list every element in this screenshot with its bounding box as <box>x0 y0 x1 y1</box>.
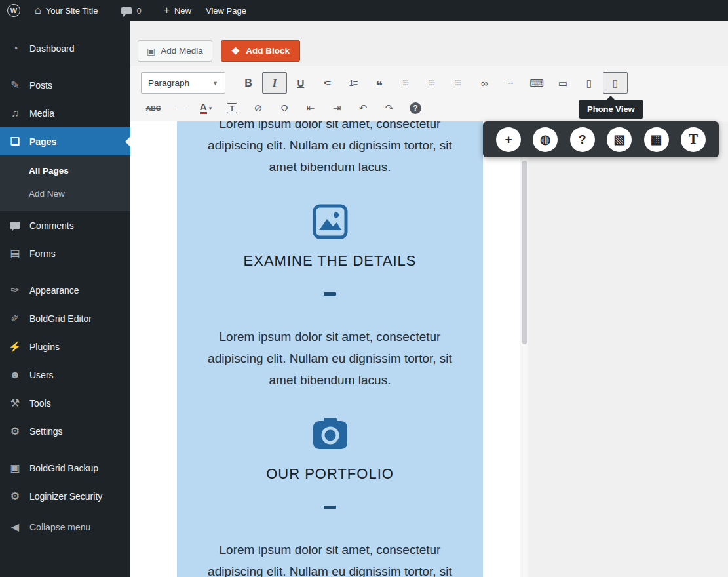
comment-count: 0 <box>136 6 141 16</box>
sidebar-item-label: Plugins <box>29 342 60 352</box>
camera-icon[interactable] <box>312 416 349 453</box>
link-icon: ∞ <box>481 77 488 89</box>
globe-icon: ◍ <box>540 132 551 147</box>
text-color-button[interactable]: A ▾ <box>193 97 218 119</box>
menu-separator <box>0 268 130 276</box>
help-circle-button[interactable]: ? <box>570 127 595 152</box>
editor-main-area: ▣ Add Media ❖ Add Block Paragraph ▼ B I … <box>130 21 728 577</box>
toolbar-toggle-button[interactable]: ⌨ <box>524 72 549 94</box>
desktop-view-button[interactable]: ▭ <box>550 72 575 94</box>
sidebar-item-settings[interactable]: ⚙ Settings <box>0 417 130 445</box>
phone-view-button[interactable]: ▯ <box>603 72 628 94</box>
format-select-value: Paragraph <box>148 78 189 88</box>
new-label: New <box>174 6 191 16</box>
underline-icon: U <box>297 77 305 89</box>
submenu-item-label: All Pages <box>29 166 69 176</box>
undo-button[interactable]: ↶ <box>351 97 375 119</box>
globe-button[interactable]: ◍ <box>533 127 558 152</box>
phone-preview-column[interactable]: Lorem ipsum dolor sit amet, consectetur … <box>177 121 483 577</box>
sidebar-item-pages[interactable]: ❏ Pages <box>0 127 130 155</box>
submenu-item-all-pages[interactable]: All Pages <box>0 159 130 182</box>
editor-scrollbar[interactable] <box>520 121 528 577</box>
sidebar-item-appearance[interactable]: ✑ Appearance <box>0 276 130 304</box>
layout-circle-button[interactable]: ▦ <box>644 127 669 152</box>
paste-as-text-button[interactable]: T <box>220 97 244 119</box>
section-heading[interactable]: OUR PORTFOLIO <box>266 462 394 485</box>
body-paragraph[interactable]: Lorem ipsum dolor sit amet, consectetur … <box>195 326 466 391</box>
home-icon: ⌂ <box>35 5 41 16</box>
italic-button[interactable]: I <box>262 72 287 94</box>
bold-button[interactable]: B <box>236 72 261 94</box>
bulleted-list-button[interactable]: •≡ <box>315 72 339 94</box>
new-content-menu[interactable]: + New <box>157 0 199 21</box>
media-circle-button[interactable]: ▧ <box>607 127 632 152</box>
sidebar-item-label: Users <box>29 370 54 380</box>
monitor-icon: ▭ <box>558 77 567 89</box>
sidebar-item-users[interactable]: ☻ Users <box>0 361 130 389</box>
sidebar-item-plugins[interactable]: ⚡ Plugins <box>0 332 130 361</box>
underline-button[interactable]: U <box>288 72 313 94</box>
text-icon: T <box>689 131 698 148</box>
sidebar-item-media[interactable]: ♫ Media <box>0 99 130 127</box>
outdent-button[interactable]: ⇤ <box>298 97 323 119</box>
more-tag-button[interactable]: ╌ <box>498 72 523 94</box>
settings-icon: ⚙ <box>8 426 22 437</box>
sidebar-item-forms[interactable]: ▤ Forms <box>0 239 130 268</box>
comments-icon <box>8 220 22 231</box>
paste-as-text-icon: T <box>227 103 238 113</box>
redo-button[interactable]: ↷ <box>377 97 402 119</box>
sidebar-item-boldgrid-editor[interactable]: ✐ BoldGrid Editor <box>0 304 130 332</box>
comments-counter[interactable]: 0 <box>114 0 148 21</box>
wordpress-menu[interactable]: W <box>0 0 28 21</box>
sidebar-item-label: Loginizer Security <box>29 491 102 502</box>
align-center-button[interactable]: ≡ <box>419 72 444 94</box>
scrollbar-thumb[interactable] <box>522 161 527 344</box>
sidebar-item-comments[interactable]: Comments <box>0 211 130 239</box>
view-page-link[interactable]: View Page <box>199 0 254 21</box>
editor-canvas[interactable]: Lorem ipsum dolor sit amet, consectetur … <box>130 121 520 577</box>
body-paragraph[interactable]: Lorem ipsum dolor sit amet, consectetur … <box>195 121 466 178</box>
numbered-list-button[interactable]: 1≡ <box>341 72 366 94</box>
image-icon[interactable] <box>312 203 349 240</box>
indent-button[interactable]: ⇥ <box>324 97 349 119</box>
text-circle-button[interactable]: T <box>681 127 706 152</box>
special-character-button[interactable]: Ω <box>272 97 297 119</box>
sidebar-item-label: BoldGrid Editor <box>29 313 92 324</box>
horizontal-rule-button[interactable]: — <box>167 97 192 119</box>
align-left-button[interactable]: ≡ <box>393 72 418 94</box>
tooltip-label: Phone View <box>587 104 635 114</box>
omega-icon: Ω <box>280 102 288 113</box>
strikethrough-icon: ABC <box>146 104 161 112</box>
collapse-menu-button[interactable]: ◀ Collapse menu <box>0 513 130 541</box>
clear-formatting-button[interactable]: ⊘ <box>246 97 271 119</box>
sidebar-item-dashboard[interactable]: ◔ Dashboard <box>0 34 130 62</box>
sidebar-item-boldgrid-backup[interactable]: ▣ BoldGrid Backup <box>0 454 130 482</box>
users-icon: ☻ <box>8 370 22 380</box>
tablet-view-button[interactable]: ▯ <box>577 72 602 94</box>
layout-columns-icon: ▦ <box>651 132 662 147</box>
indent-icon: ⇥ <box>333 102 341 114</box>
strikethrough-button[interactable]: ABC <box>141 97 166 119</box>
sidebar-item-tools[interactable]: ⚒ Tools <box>0 389 130 417</box>
phone-view-tooltip: Phone View <box>579 100 643 119</box>
align-right-button[interactable]: ≡ <box>446 72 470 94</box>
phone-icon: ▯ <box>613 77 618 89</box>
toolbar-row-1: Paragraph ▼ B I U •≡ 1≡ ❝ ≡ ≡ ≡ ∞ ╌ ⌨ ▭ … <box>141 72 628 94</box>
add-media-button[interactable]: ▣ Add Media <box>138 40 212 62</box>
blockquote-button[interactable]: ❝ <box>367 72 392 94</box>
add-block-button[interactable]: ❖ Add Block <box>221 40 300 62</box>
add-plus-button[interactable]: + <box>496 127 521 152</box>
format-select[interactable]: Paragraph ▼ <box>141 72 225 94</box>
site-title-link[interactable]: ⌂ Your Site Title <box>28 0 105 21</box>
submenu-item-add-new[interactable]: Add New <box>0 182 130 205</box>
horizontal-rule-icon: — <box>175 102 185 113</box>
sidebar-item-posts[interactable]: ✎ Posts <box>0 71 130 99</box>
toolbar-row-2: ABC — A ▾ T ⊘ Ω ⇤ ⇥ ↶ ↷ ? <box>141 97 428 119</box>
link-button[interactable]: ∞ <box>472 72 497 94</box>
section-heading[interactable]: EXAMINE THE DETAILS <box>244 249 417 272</box>
body-paragraph[interactable]: Lorem ipsum dolor sit amet, consectetur … <box>195 539 466 577</box>
help-button[interactable]: ? <box>403 97 428 119</box>
boldgrid-add-palette: + ◍ ? ▧ ▦ T <box>483 121 719 157</box>
sidebar-item-loginizer-security[interactable]: ⚙ Loginizer Security <box>0 482 130 510</box>
sidebar-item-label: Media <box>29 108 54 119</box>
